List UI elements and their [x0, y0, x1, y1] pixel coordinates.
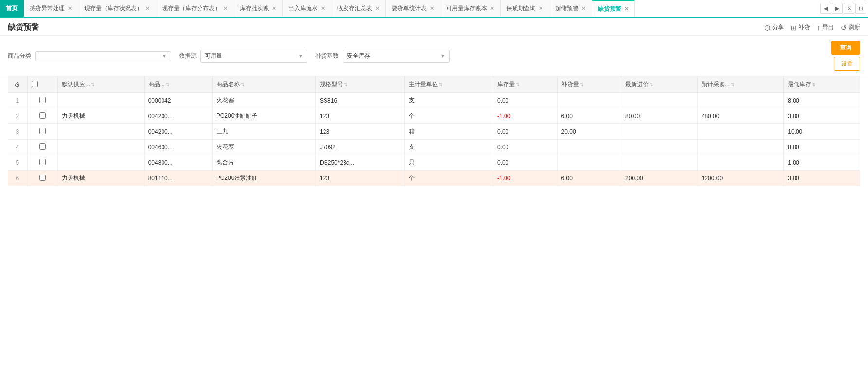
row-checkbox[interactable]: [39, 143, 46, 150]
row-unit: 支: [405, 93, 493, 108]
share-button[interactable]: ⬡ 分享: [764, 23, 784, 32]
refresh-label: 刷新: [849, 23, 860, 32]
th-default-supplier-label: 默认供应...: [62, 80, 90, 88]
tab-batch-account[interactable]: 库存批次账 ✕: [234, 0, 283, 17]
row-replenish: 6.00: [557, 171, 621, 186]
tab-receive-summary-close[interactable]: ✕: [375, 5, 380, 12]
tab-in-out-flow-close[interactable]: ✕: [321, 5, 325, 12]
tab-next-button[interactable]: ▶: [832, 3, 843, 14]
row-estimated-purchase: 480.00: [697, 108, 784, 124]
replenish-base-select[interactable]: 安全库存 ▼: [343, 50, 450, 63]
row-latest-price: [621, 124, 698, 140]
datasource-select[interactable]: 可用量 ▼: [200, 50, 307, 63]
tab-abnormal[interactable]: 拣货异常处理 ✕: [24, 0, 78, 17]
row-product-code: 0000042: [144, 93, 212, 108]
row-latest-price: [621, 140, 698, 155]
tab-receive-summary[interactable]: 收发存汇总表 ✕: [331, 0, 386, 17]
tab-close-all-button[interactable]: ✕: [844, 3, 854, 14]
tab-shortage[interactable]: 缺货预警 ✕: [592, 0, 635, 17]
row-replenish: [557, 155, 621, 171]
row-spec: DS250*23c...: [316, 155, 405, 171]
refresh-button[interactable]: ↺ 刷新: [841, 23, 860, 32]
tab-home[interactable]: 首页: [0, 0, 24, 17]
table-row: 6 力天机械 801110... PC200张紧油缸 123 个 -1.00 6…: [8, 171, 860, 186]
tab-receive-summary-label: 收发存汇总表: [337, 4, 372, 13]
row-unit: 箱: [405, 124, 493, 140]
replenish-button[interactable]: ⊞ 补货: [791, 23, 810, 32]
tab-order-stats-close[interactable]: ✕: [430, 5, 434, 12]
row-checkbox[interactable]: [39, 97, 46, 103]
tab-expand-button[interactable]: ⊡: [855, 3, 866, 14]
table-row: 5 004800... 离合片 DS250*23c... 只 0.00 1.00: [8, 155, 860, 171]
sort-product-code-icon[interactable]: ⇅: [166, 82, 170, 87]
tab-order-stats[interactable]: 要货单统计表 ✕: [386, 0, 440, 17]
export-button[interactable]: ↑ 导出: [817, 23, 834, 32]
tab-home-label: 首页: [6, 4, 18, 13]
tab-inventory-status[interactable]: 现存量（库存状况表） ✕: [78, 0, 156, 17]
page-header: 缺货预警 ⬡ 分享 ⊞ 补货 ↑ 导出 ↺ 刷新: [0, 18, 868, 36]
tab-in-out-flow-label: 出入库流水: [289, 4, 318, 13]
sort-spec-icon[interactable]: ⇅: [344, 82, 348, 87]
replenish-icon: ⊞: [791, 24, 796, 32]
tab-shortage-close[interactable]: ✕: [624, 6, 629, 12]
sort-default-supplier-icon[interactable]: ⇅: [91, 82, 95, 87]
sort-unit-icon[interactable]: ⇅: [439, 82, 443, 87]
row-checkbox[interactable]: [39, 175, 46, 181]
row-checkbox-cell: [27, 140, 58, 155]
category-filter-group: 商品分类 ▼: [8, 51, 171, 61]
th-unit-label: 主计量单位: [409, 80, 438, 88]
sort-stock-icon[interactable]: ⇅: [516, 82, 520, 87]
row-product-code: 004200...: [144, 124, 212, 140]
tab-prev-button[interactable]: ◀: [820, 3, 831, 14]
category-label: 商品分类: [8, 52, 31, 60]
th-product-name: 商品名称 ⇅: [212, 76, 315, 93]
query-button[interactable]: 查询: [831, 41, 860, 55]
settings-icon[interactable]: ⚙: [14, 81, 20, 88]
row-checkbox[interactable]: [39, 159, 46, 165]
row-num: 6: [8, 171, 27, 186]
tab-available-ledger[interactable]: 可用量库存账本 ✕: [440, 0, 501, 17]
tab-abnormal-close[interactable]: ✕: [68, 5, 72, 12]
row-spec: 123: [316, 171, 405, 186]
tab-expiry-query-label: 保质期查询: [506, 4, 536, 13]
tab-inventory-dist[interactable]: 现存量（库存分布表） ✕: [156, 0, 234, 17]
th-stock-label: 库存量: [497, 80, 515, 88]
tab-in-out-flow[interactable]: 出入库流水 ✕: [283, 0, 331, 17]
tab-available-ledger-close[interactable]: ✕: [490, 5, 494, 12]
row-replenish: [557, 140, 621, 155]
tab-batch-account-label: 库存批次账: [240, 4, 269, 13]
setting-button[interactable]: 设置: [834, 57, 860, 71]
select-all-checkbox[interactable]: [32, 81, 38, 87]
sort-estimated-purchase-icon[interactable]: ⇅: [731, 82, 735, 87]
row-checkbox-cell: [27, 124, 58, 140]
row-estimated-purchase: [697, 140, 784, 155]
header-actions: ⬡ 分享 ⊞ 补货 ↑ 导出 ↺ 刷新: [764, 23, 860, 32]
th-product-code: 商品... ⇅: [144, 76, 212, 93]
table-row: 4 004600... 火花塞 J7092 支 0.00 8.00: [8, 140, 860, 155]
row-checkbox[interactable]: [39, 112, 46, 119]
share-label: 分享: [772, 23, 784, 32]
th-settings[interactable]: ⚙: [8, 76, 27, 93]
row-checkbox-cell: [27, 171, 58, 186]
category-select[interactable]: ▼: [35, 51, 171, 61]
sort-replenish-icon[interactable]: ⇅: [580, 82, 584, 87]
tab-overstock-close[interactable]: ✕: [581, 5, 586, 12]
row-default-supplier: [58, 140, 145, 155]
tab-overstock[interactable]: 超储预警 ✕: [549, 0, 592, 17]
row-min-stock: 1.00: [784, 155, 860, 171]
export-label: 导出: [822, 23, 834, 32]
tab-batch-account-close[interactable]: ✕: [272, 5, 276, 12]
row-product-code: 801110...: [144, 171, 212, 186]
sort-latest-price-icon[interactable]: ⇅: [650, 82, 653, 87]
th-latest-price: 最新进价 ⇅: [621, 76, 698, 93]
row-latest-price: 80.00: [621, 108, 698, 124]
tab-expiry-query[interactable]: 保质期查询 ✕: [501, 0, 549, 17]
replenish-base-value: 安全库存: [347, 52, 370, 60]
tab-inventory-status-close[interactable]: ✕: [145, 5, 150, 12]
tab-inventory-dist-close[interactable]: ✕: [223, 5, 228, 12]
tab-expiry-query-close[interactable]: ✕: [539, 5, 543, 12]
sort-min-stock-icon[interactable]: ⇅: [812, 82, 816, 87]
table-container: ⚙ 默认供应... ⇅ 商品... ⇅: [0, 76, 868, 194]
sort-product-name-icon[interactable]: ⇅: [241, 82, 245, 87]
row-checkbox[interactable]: [39, 128, 46, 134]
